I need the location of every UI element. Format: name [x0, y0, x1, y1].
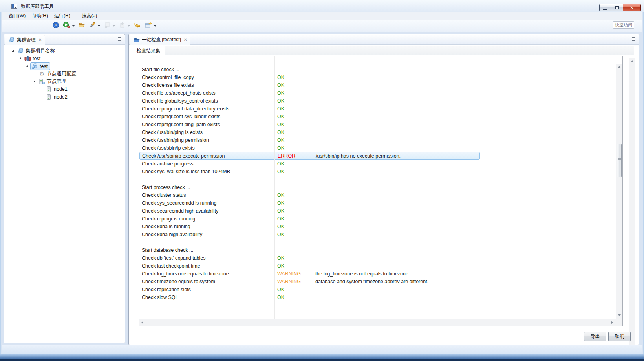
- tree-item-test[interactable]: test: [4, 55, 124, 63]
- result-row[interactable]: Check /usr/bin/ping is existsOK: [139, 128, 480, 136]
- open-folder-button[interactable]: [77, 21, 86, 31]
- check-name: Check slow SQL: [142, 293, 178, 301]
- tree-item-节点管理[interactable]: 节点管理: [4, 78, 124, 86]
- result-row[interactable]: Check db 'test' expand tablesOK: [139, 254, 480, 262]
- check-name: Check repmgr.conf data_directory exists: [142, 105, 229, 113]
- result-row[interactable]: Check repmgr is runningOK: [139, 215, 480, 223]
- check-status: OK: [277, 168, 284, 176]
- result-row[interactable]: Check file global/sys_control existsOK: [139, 97, 480, 105]
- result-row[interactable]: Check /usr/sbin/ip execute permissionERR…: [139, 152, 480, 160]
- scrollbar-thumb[interactable]: [617, 144, 622, 177]
- toolbar: 快速访问: [2, 20, 642, 32]
- check-name: Check kbha is running: [142, 223, 190, 231]
- dropdown-arrow-icon[interactable]: [128, 25, 130, 27]
- menu-item-search[interactable]: 搜索(a): [79, 12, 101, 20]
- scroll-up-arrow-icon[interactable]: [629, 59, 635, 64]
- result-row[interactable]: Start file check ...: [139, 66, 480, 73]
- check-status: ERROR: [278, 152, 295, 159]
- dropdown-arrow-icon[interactable]: [154, 25, 156, 27]
- result-row[interactable]: Check last checkpoint timeOK: [139, 262, 480, 270]
- back-arrow-button[interactable]: [132, 21, 142, 31]
- tree-item-node1[interactable]: node1: [4, 86, 124, 93]
- scroll-right-arrow-icon[interactable]: [609, 319, 615, 325]
- run-database-button[interactable]: [62, 21, 76, 31]
- result-row[interactable]: Check securecmdd high availabilityOK: [139, 207, 480, 215]
- result-row[interactable]: Check replication slotsOK: [139, 286, 480, 293]
- tree-item-label: test: [33, 56, 40, 61]
- expand-arrow-icon[interactable]: [26, 64, 30, 68]
- tree-item-集群项目名称[interactable]: 集群项目名称: [4, 47, 124, 55]
- result-row-spacer: [139, 176, 480, 183]
- result-row[interactable]: Check repmgr.conf data_directory existsO…: [139, 105, 480, 113]
- menu-item-help[interactable]: 帮助(H): [29, 12, 51, 20]
- result-row[interactable]: Check kbha high availabilityOK: [139, 231, 480, 238]
- check-status: OK: [277, 128, 284, 136]
- expand-arrow-icon[interactable]: [11, 49, 16, 53]
- new-wizard-button[interactable]: [143, 21, 157, 31]
- check-status: OK: [277, 73, 284, 81]
- window-restore-button[interactable]: [611, 4, 623, 11]
- tree-item-节点通用配置[interactable]: ⚙节点通用配置: [4, 70, 124, 78]
- dropdown-arrow-icon[interactable]: [113, 25, 115, 27]
- menu-item-window[interactable]: 窗口(W): [5, 12, 29, 20]
- result-row[interactable]: Check sys_securecmdd is runningOK: [139, 199, 480, 207]
- view-maximize-icon[interactable]: [118, 37, 121, 41]
- editor-maximize-icon[interactable]: [632, 37, 635, 41]
- check-name: Check replication slots: [142, 286, 191, 293]
- scroll-left-arrow-icon[interactable]: [139, 319, 145, 325]
- toolbar-grip[interactable]: [48, 22, 49, 30]
- editor-minimize-icon[interactable]: [624, 37, 628, 41]
- expand-arrow-icon[interactable]: [18, 57, 23, 60]
- check-name: Check repmgr.conf ping_path exists: [142, 121, 220, 128]
- result-row[interactable]: Check slow SQLOK: [139, 293, 480, 301]
- result-row[interactable]: Start database check ...: [139, 246, 480, 254]
- result-row[interactable]: Check kbha is runningOK: [139, 223, 480, 231]
- result-row[interactable]: Check archive progressOK: [139, 160, 480, 168]
- check-name: Check last checkpoint time: [142, 262, 200, 270]
- result-row[interactable]: Check repmgr.conf ping_path existsOK: [139, 121, 480, 128]
- tab-label: 一键检查 [test/test]: [142, 37, 181, 43]
- result-row[interactable]: Check sys_wal size is less than 1024MBOK: [139, 168, 480, 176]
- result-row[interactable]: Check log_timezone equals to timezoneWAR…: [139, 270, 480, 278]
- result-row[interactable]: Check control_file_copyOK: [139, 73, 480, 81]
- result-row[interactable]: Check repmgr.conf sys_bindir existsOK: [139, 113, 480, 121]
- expand-arrow-icon[interactable]: [33, 80, 37, 84]
- result-row[interactable]: Start process check ...: [139, 183, 480, 191]
- close-icon: ✕: [630, 5, 634, 10]
- tab-cluster-management[interactable]: 集群管理 ✕: [5, 35, 45, 45]
- tab-check-result-set[interactable]: 检查结果集: [132, 46, 165, 56]
- menu-item-run[interactable]: 运行(R): [51, 12, 73, 20]
- quick-access-box[interactable]: 快速访问: [613, 21, 634, 29]
- export-button[interactable]: 导出: [584, 332, 606, 341]
- tab-close-icon[interactable]: ✕: [38, 38, 42, 42]
- tab-close-icon[interactable]: ✕: [184, 38, 187, 42]
- result-row[interactable]: Check license file existsOK: [139, 81, 480, 89]
- check-name: Check /usr/sbin/ip exists: [142, 144, 195, 152]
- tree-item-node2[interactable]: node2: [4, 93, 124, 101]
- brush-button[interactable]: [88, 21, 101, 31]
- scroll-up-arrow-icon[interactable]: [616, 64, 622, 70]
- check-name: Check repmgr.conf sys_bindir exists: [142, 113, 220, 121]
- table-vertical-scrollbar[interactable]: [616, 64, 622, 319]
- window-minimize-button[interactable]: [599, 4, 611, 11]
- cancel-button[interactable]: 取消: [608, 332, 631, 341]
- compass-button[interactable]: [51, 21, 60, 31]
- dropdown-arrow-icon[interactable]: [72, 25, 75, 27]
- view-minimize-icon[interactable]: [110, 37, 113, 41]
- result-row[interactable]: Check /usr/bin/ping permissionOK: [139, 136, 480, 144]
- minimize-icon: [603, 9, 607, 10]
- tab-one-key-check[interactable]: 一键检查 [test/test] ✕: [130, 35, 190, 45]
- app-window: 数据库部署工具 ✕ 窗口(W)帮助(H)运行(R)搜索(a) 快速访问: [0, 0, 644, 361]
- check-status: WARNING: [277, 278, 301, 286]
- tree-item-test[interactable]: test: [4, 62, 124, 70]
- result-row[interactable]: Check timezone equals to systemWARNINGda…: [139, 278, 480, 286]
- window-close-button[interactable]: ✕: [623, 4, 641, 11]
- form-vertical-scrollbar[interactable]: [629, 58, 635, 352]
- result-row[interactable]: Check /usr/sbin/ip existsOK: [139, 144, 480, 152]
- compass-icon: [52, 22, 59, 30]
- scroll-down-arrow-icon[interactable]: [616, 312, 622, 318]
- result-row[interactable]: Check file .es/accept_hosts existsOK: [139, 89, 480, 97]
- dropdown-arrow-icon[interactable]: [98, 25, 100, 27]
- table-horizontal-scrollbar[interactable]: [139, 319, 615, 326]
- result-row[interactable]: Check cluster statusOK: [139, 191, 480, 199]
